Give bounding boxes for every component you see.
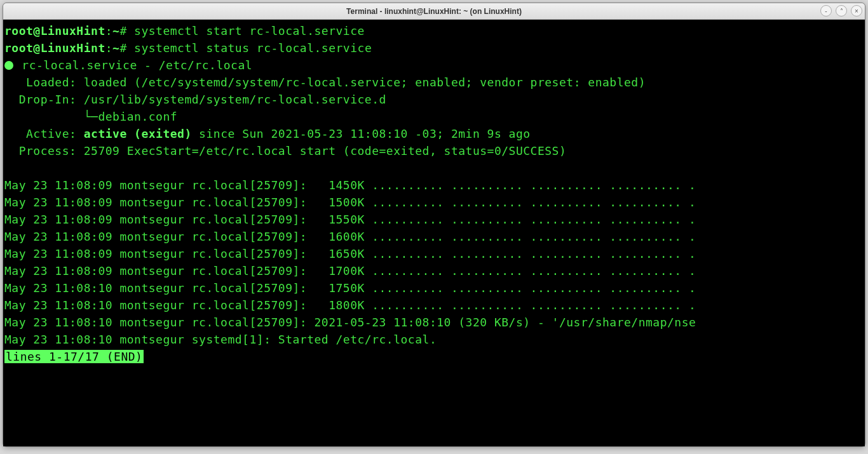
minimize-button[interactable]: ‑ (820, 5, 832, 17)
loaded-label: Loaded: (4, 76, 84, 89)
prompt-path: ~ (112, 24, 119, 37)
status-dot-icon (4, 61, 13, 70)
unit-line: rc-local.service - /etc/rc.local (22, 58, 252, 72)
loaded-value: loaded (/etc/systemd/system/rc-local.ser… (84, 76, 646, 89)
prompt-userhost: root@LinuxHint (4, 41, 105, 55)
dropin-value: /usr/lib/systemd/system/rc-local.service… (84, 93, 386, 106)
window-controls: ‑ ˄ × (820, 5, 862, 17)
prompt-path: ~ (112, 41, 119, 55)
prompt-sep: : (105, 41, 112, 55)
pager-status: lines 1-17/17 (END) (4, 350, 144, 363)
dropin-label: Drop-In: (4, 93, 84, 106)
maximize-button[interactable]: ˄ (836, 5, 847, 17)
log-line: May 23 11:08:09 montsegur rc.local[25709… (4, 264, 696, 277)
terminal-body[interactable]: root@LinuxHint:~# systemctl start rc-loc… (3, 20, 865, 446)
active-since: since Sun 2021-05-23 11:08:10 -03; 2min … (192, 127, 531, 140)
prompt-symbol: # (119, 41, 126, 55)
log-line: May 23 11:08:10 montsegur rc.local[25709… (4, 316, 696, 329)
log-line: May 23 11:08:09 montsegur rc.local[25709… (4, 230, 696, 243)
terminal-window: Terminal - linuxhint@LinuxHint: ~ (on Li… (3, 3, 865, 447)
window-title: Terminal - linuxhint@LinuxHint: ~ (on Li… (346, 7, 522, 16)
process-label: Process: (4, 144, 84, 157)
log-line: May 23 11:08:10 montsegur rc.local[25709… (4, 281, 696, 295)
command-2: systemctl status rc-local.service (134, 41, 372, 55)
log-line: May 23 11:08:09 montsegur rc.local[25709… (4, 247, 696, 260)
close-button[interactable]: × (851, 5, 862, 17)
command-1: systemctl start rc-local.service (134, 24, 365, 37)
process-value: 25709 ExecStart=/etc/rc.local start (cod… (84, 144, 567, 157)
active-label: Active: (4, 127, 84, 140)
log-line: May 23 11:08:09 montsegur rc.local[25709… (4, 213, 696, 226)
dropin-child: └─debian.conf (4, 110, 177, 123)
log-line: May 23 11:08:10 montsegur rc.local[25709… (4, 298, 696, 312)
log-line: May 23 11:08:09 montsegur rc.local[25709… (4, 196, 696, 209)
log-line: May 23 11:08:09 montsegur rc.local[25709… (4, 178, 696, 192)
prompt-sep: : (105, 24, 112, 37)
prompt-symbol: # (119, 24, 126, 37)
titlebar[interactable]: Terminal - linuxhint@LinuxHint: ~ (on Li… (3, 3, 865, 20)
active-state: active (exited) (84, 127, 192, 140)
log-line: May 23 11:08:10 montsegur systemd[1]: St… (4, 333, 437, 346)
prompt-userhost: root@LinuxHint (4, 24, 105, 37)
